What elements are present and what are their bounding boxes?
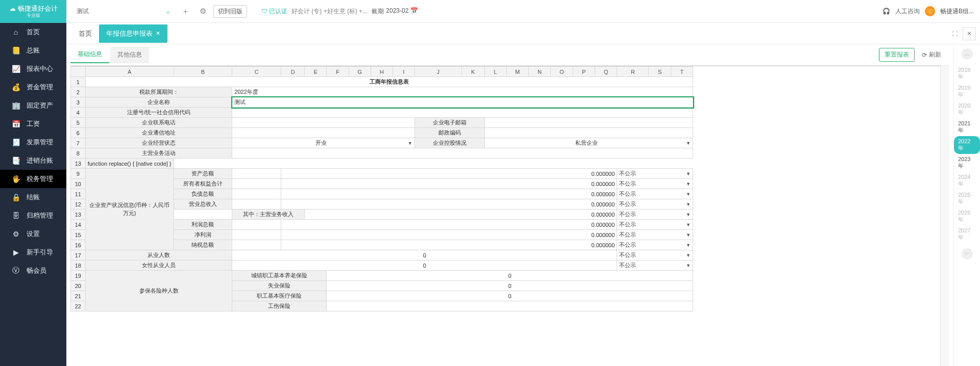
company-name: 测试 (77, 7, 89, 16)
nav-item-4[interactable]: 🏢固定资产 (0, 96, 66, 115)
expand-icon[interactable]: ⛶ (952, 31, 958, 37)
nav-item-7[interactable]: 📑进销台账 (0, 151, 66, 170)
year-2018年[interactable]: 2018年 (954, 65, 980, 83)
year-2026年[interactable]: 2026年 (954, 207, 980, 225)
year-2023年[interactable]: 2023年 (954, 154, 980, 172)
nav-item-0[interactable]: ⌂首页 (0, 23, 66, 41)
nav-icon: 💰 (11, 83, 20, 91)
product-label: 好会计 (专) +好生意 (标) +... (291, 7, 368, 16)
year-up-button[interactable]: ︿ (962, 48, 973, 60)
nav-icon: 🗄 (11, 212, 20, 220)
shield-icon: 🛡 (261, 8, 267, 15)
company-selector[interactable]: 测试 ⌄ (72, 4, 175, 18)
tab-home[interactable]: 首页 (71, 24, 99, 43)
subtab-other[interactable]: 其他信息 (110, 47, 149, 63)
nav-item-10[interactable]: 🗄归档管理 (0, 206, 66, 225)
add-button[interactable]: ＋ (179, 5, 192, 18)
avatar[interactable] (925, 6, 935, 16)
period-selector[interactable]: 2023-02 📅 (386, 7, 418, 16)
year-rail: ︿ 2018年2019年2020年2021年2022年2023年2024年202… (953, 44, 980, 366)
subtab-basic[interactable]: 基础信息 (70, 47, 109, 63)
settings-icon[interactable]: ⚙ (196, 5, 209, 18)
nav-icon: 🏢 (11, 101, 20, 110)
year-down-button[interactable]: ﹀ (962, 248, 973, 259)
switch-old-button[interactable]: 切到旧版 (213, 5, 247, 18)
refresh-button[interactable]: ⟳刷新 (922, 50, 941, 59)
nav-icon: 🧾 (11, 138, 20, 146)
nav-item-2[interactable]: 📈报表中心 (0, 60, 66, 78)
sidebar: ☁畅捷通好会计 专业版 ⌂首页📒总账📈报表中心💰资金管理🏢固定资产📅工资🧾发票管… (0, 0, 66, 366)
nav-icon: 🔒 (11, 193, 20, 201)
sub-tabs: 基础信息 其他信息 重置报表 ⟳刷新 (70, 44, 949, 66)
nav-item-3[interactable]: 💰资金管理 (0, 78, 66, 96)
nav-icon: 📅 (11, 120, 20, 128)
scrollbar-track[interactable] (940, 66, 949, 366)
refresh-icon: ⟳ (922, 51, 927, 59)
tab-annual-report[interactable]: 年报信息申报表 ✕ (99, 24, 167, 43)
nav-item-8[interactable]: 🖐税务管理 (0, 170, 66, 188)
nav-item-11[interactable]: ⚙设置 (0, 225, 66, 243)
nav-item-5[interactable]: 📅工资 (0, 115, 66, 133)
year-2024年[interactable]: 2024年 (954, 172, 980, 190)
year-2027年[interactable]: 2027年 (954, 225, 980, 243)
nav-icon: Ⓥ (11, 266, 20, 275)
certified-badge: 🛡已认证 (261, 7, 287, 16)
reset-report-button[interactable]: 重置报表 (879, 48, 915, 62)
cloud-icon: ☁ (9, 5, 16, 12)
close-all-tabs[interactable]: ✕ (963, 27, 976, 40)
year-2025年[interactable]: 2025年 (954, 190, 980, 207)
year-2022年[interactable]: 2022年 (954, 136, 980, 154)
year-2020年[interactable]: 2020年 (954, 100, 980, 118)
page-tabs: 首页 年报信息申报表 ✕ ⛶ ✕ (66, 23, 980, 44)
nav-icon: ⚙ (11, 230, 20, 238)
nav-icon: ⌂ (11, 28, 20, 36)
nav-icon: 📑 (11, 156, 20, 165)
nav-icon: 📈 (11, 65, 20, 73)
headset-icon: 🎧 (883, 8, 890, 15)
nav-icon: 📒 (11, 46, 20, 55)
nav-icon: 🖐 (11, 175, 20, 183)
spreadsheet[interactable]: ABCDEFGHIJKLMNOPQRST1工商年报信息表2税款所属期间：2022… (70, 66, 940, 366)
nav-item-1[interactable]: 📒总账 (0, 41, 66, 60)
period-label: 账期 (372, 7, 384, 16)
year-2021年[interactable]: 2021年 (954, 118, 980, 136)
close-icon[interactable]: ✕ (156, 30, 160, 37)
topbar: 测试 ⌄ ＋ ⚙ 切到旧版 🛡已认证 好会计 (专) +好生意 (标) +...… (66, 0, 980, 23)
user-name[interactable]: 畅捷通B组... (940, 7, 974, 16)
nav-item-12[interactable]: ▶新手引导 (0, 243, 66, 262)
chevron-down-icon: ⌄ (165, 8, 170, 15)
nav-item-6[interactable]: 🧾发票管理 (0, 133, 66, 151)
year-2019年[interactable]: 2019年 (954, 83, 980, 100)
nav-icon: ▶ (11, 248, 20, 256)
nav-item-13[interactable]: Ⓥ畅会员 (0, 262, 66, 280)
support-link[interactable]: 人工咨询 (895, 7, 920, 16)
brand-logo: ☁畅捷通好会计 专业版 (0, 0, 66, 23)
nav-item-9[interactable]: 🔒结账 (0, 188, 66, 206)
